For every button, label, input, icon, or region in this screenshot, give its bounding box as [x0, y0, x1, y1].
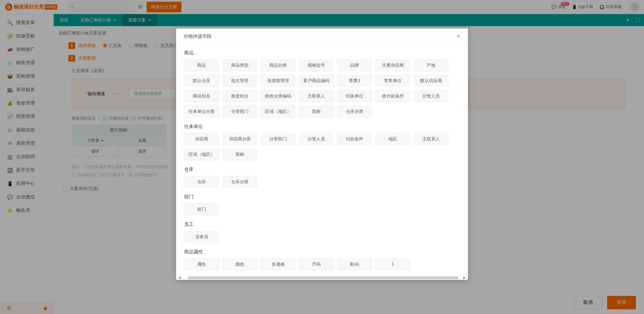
field-tag[interactable]: 主联系人 [414, 133, 448, 145]
category-title: 仓库 [184, 167, 460, 173]
field-tag[interactable]: 税收分类编码 [261, 90, 296, 102]
tag-list: 供应商供应商分类分管部门分管人员付款条件地区主联系人区域（地区）简称 [184, 133, 460, 161]
field-tag[interactable]: 1 [375, 258, 410, 270]
field-category: 往来单位供应商供应商分类分管部门分管人员付款条件地区主联系人区域（地区）简称 [184, 124, 460, 161]
field-tag[interactable]: 分管人员 [299, 133, 334, 145]
field-tag[interactable]: 结算单位 [337, 90, 372, 102]
field-tag[interactable]: 换货积分 [222, 90, 257, 102]
category-title: 部门 [184, 194, 460, 200]
tag-list: 业务员 [184, 231, 460, 243]
field-picker-modal: 分组待选字段 ✕ 商品商品商品类型商品分类规格型号品牌主要供应商产地默认仓库批次… [176, 28, 468, 280]
field-tag[interactable]: 产地 [414, 59, 448, 71]
field-tag[interactable]: 分管部门 [222, 106, 257, 118]
category-title: 往来单位 [184, 124, 460, 130]
modal-body: 商品商品商品类型商品分类规格型号品牌主要供应商产地默认仓库批次管理保质期管理客户… [176, 45, 468, 275]
field-tag[interactable]: 供应商 [184, 133, 219, 145]
field-tag[interactable]: 默认仓库 [184, 75, 219, 87]
field-tag[interactable]: 属性 [184, 258, 219, 270]
field-tag[interactable]: 部门 [184, 203, 219, 215]
field-tag[interactable]: 仓库分类 [337, 106, 372, 118]
modal-header: 分组待选字段 ✕ [176, 28, 468, 45]
category-title: 商品 [184, 50, 460, 56]
field-tag[interactable]: 分管部门 [261, 133, 296, 145]
field-tag[interactable]: 区域（地区） [184, 148, 219, 161]
field-tag[interactable]: 仓库分类 [222, 176, 257, 188]
field-tag[interactable]: 供应商分类 [222, 133, 257, 145]
scroll-left-icon[interactable]: ◀ [176, 275, 183, 280]
field-tag[interactable]: 分管人员 [414, 90, 448, 102]
field-tag[interactable]: 零售单位 [375, 75, 410, 87]
tag-list: 仓库仓库分类 [184, 176, 460, 188]
field-tag[interactable]: 颜色 [222, 258, 257, 270]
field-tag[interactable]: 商品类型 [222, 59, 257, 71]
field-tag[interactable]: 默认供应商 [414, 75, 448, 87]
modal-overlay: 分组待选字段 ✕ 商品商品商品类型商品分类规格型号品牌主要供应商产地默认仓库批次… [0, 0, 644, 314]
field-category: 商品属性属性颜色多规格尺码鞋码1 [184, 249, 460, 270]
tag-list: 属性颜色多规格尺码鞋码1 [184, 258, 460, 270]
field-tag[interactable]: 商品分类 [261, 59, 296, 71]
field-tag[interactable]: 简称 [222, 148, 257, 161]
field-tag[interactable]: 仓库 [184, 176, 219, 188]
field-tag[interactable]: 重量3 [337, 75, 372, 87]
field-tag[interactable]: 规格型号 [299, 59, 334, 71]
field-tag[interactable]: 主要供应商 [375, 59, 410, 71]
close-icon[interactable]: ✕ [456, 33, 461, 40]
field-category: 商品商品商品类型商品分类规格型号品牌主要供应商产地默认仓库批次管理保质期管理客户… [184, 50, 460, 118]
field-tag[interactable]: 客户商品编码 [299, 75, 334, 87]
modal-horizontal-scrollbar[interactable]: ◀ ▶ [176, 275, 468, 280]
field-tag[interactable]: 收付款条件 [375, 90, 410, 102]
modal-title: 分组待选字段 [183, 34, 212, 40]
field-tag[interactable]: 付款条件 [337, 133, 372, 145]
scroll-right-icon[interactable]: ▶ [461, 275, 468, 280]
field-tag[interactable]: 保质期管理 [261, 75, 296, 87]
field-category: 部门部门 [184, 194, 460, 215]
field-tag[interactable]: 区域（地区） [261, 106, 296, 118]
field-tag[interactable]: 地区 [375, 133, 410, 145]
field-tag[interactable]: 批次管理 [222, 75, 257, 87]
field-tag[interactable]: 商品 [184, 59, 219, 71]
field-category: 仓库仓库仓库分类 [184, 167, 460, 188]
field-tag[interactable]: 往来单位分类 [184, 106, 219, 118]
field-tag[interactable]: 业务员 [184, 231, 219, 243]
field-tag[interactable]: 多规格 [261, 258, 296, 270]
tag-list: 商品商品类型商品分类规格型号品牌主要供应商产地默认仓库批次管理保质期管理客户商品… [184, 59, 460, 118]
category-title: 员工 [184, 222, 460, 228]
category-title: 商品属性 [184, 249, 460, 255]
field-tag[interactable]: 商品别名 [184, 90, 219, 102]
field-tag[interactable]: 鞋码 [337, 258, 372, 270]
scrollbar-thumb[interactable] [187, 276, 459, 279]
field-tag[interactable]: 尺码 [299, 258, 334, 270]
field-tag[interactable]: 简称 [299, 106, 334, 118]
field-tag[interactable]: 主联系人 [299, 90, 334, 102]
field-tag[interactable]: 品牌 [337, 59, 372, 71]
tag-list: 部门 [184, 203, 460, 215]
field-category: 员工业务员 [184, 222, 460, 243]
